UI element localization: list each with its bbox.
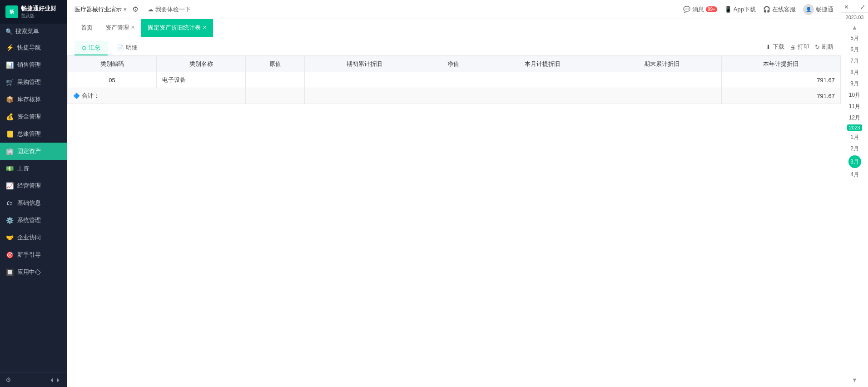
depreciation-table: 类别编码 类别名称 原值 期初累计折旧 净值 本月计提折旧 期末累计折旧 本年计… [67, 56, 841, 104]
sidebar-item-sys-mgmt[interactable]: ⚙️ 系统管理 [0, 212, 67, 229]
guide-icon: 🎯 [5, 251, 14, 258]
sidebar-item-label: 基础信息 [17, 199, 41, 207]
sub-tab-summary[interactable]: ⊙ 汇总 [74, 41, 108, 55]
sidebar-item-basic-info[interactable]: 🗂 基础信息 [0, 194, 67, 212]
sidebar: 畅 畅捷通好业财 普及版 🔍 搜索菜单 ⚡ 快捷导航 📊 销售管理 🛒 采购管理… [0, 0, 67, 387]
sidebar-item-label: 库存核算 [17, 95, 41, 104]
sidebar-item-label: 资金管理 [17, 113, 41, 121]
col-net-value: 净值 [424, 56, 483, 72]
sidebar-item-fund[interactable]: 💰 资金管理 [0, 108, 67, 125]
tab-asset-mgmt-label: 资产管理 [105, 24, 129, 32]
month-5[interactable]: 5月 [841, 33, 868, 44]
message-badge: 99+ [706, 6, 717, 12]
topbar: 医疗器械行业演示 ▾ ⚙ ☁ 我要体验一下 💬 消息 99+ 📱 App下载 🎧… [67, 0, 841, 19]
sidebar-item-guide[interactable]: 🎯 新手引导 [0, 246, 67, 263]
sidebar-item-label: 总账管理 [17, 130, 41, 138]
summary-icon: 🔷 [73, 93, 80, 99]
tab-asset-mgmt-close[interactable]: ✕ [131, 25, 135, 30]
download-button[interactable]: ⬇ 下载 [766, 43, 784, 51]
month-9[interactable]: 9月 [841, 78, 868, 89]
sidebar-item-management[interactable]: 📈 经营管理 [0, 177, 67, 194]
summary-net-value [424, 88, 483, 104]
table-header-row: 类别编码 类别名称 原值 期初累计折旧 净值 本月计提折旧 期末累计折旧 本年计… [68, 56, 841, 72]
summary-annual: 791.67 [721, 88, 840, 104]
sidebar-item-label: 固定资产 [17, 147, 41, 155]
summary-tab-icon: ⊙ [82, 45, 87, 51]
app-download-button[interactable]: 📱 App下载 [724, 5, 756, 14]
app-main-title: 畅捷通好业财 [21, 5, 56, 13]
tab-home-label: 首页 [81, 24, 93, 32]
month-10[interactable]: 10月 [841, 89, 868, 101]
table-summary-row: 🔷 合计： 791.67 [68, 88, 841, 104]
panel-expand-icon[interactable]: ⤢ [860, 4, 865, 10]
month-8[interactable]: 8月 [841, 67, 868, 78]
tab-depreciation-table[interactable]: 固定资产折旧统计表 ✕ [141, 19, 213, 37]
month-3-current[interactable]: 3月 [848, 155, 861, 168]
sidebar-item-inventory[interactable]: 📦 库存核算 [0, 91, 67, 108]
sidebar-item-enterprise[interactable]: 🤝 企业协同 [0, 229, 67, 246]
refresh-icon: ↻ [815, 44, 820, 50]
month-12[interactable]: 12月 [841, 112, 868, 124]
right-panel-header: ✕ ⤢ [841, 2, 868, 13]
sidebar-header: 畅 畅捷通好业财 普及版 [0, 0, 67, 24]
settings-icon[interactable]: ⚙ [132, 5, 139, 14]
month-1[interactable]: 1月 [841, 132, 868, 143]
sidebar-item-sales[interactable]: 📊 销售管理 [0, 56, 67, 74]
sidebar-item-label: 企业协同 [17, 233, 41, 242]
message-button[interactable]: 💬 消息 99+ [683, 5, 717, 14]
app-logo: 畅 [5, 5, 18, 18]
refresh-label: 刷新 [822, 43, 833, 51]
sidebar-item-fixed-assets[interactable]: 🏢 固定资产 [0, 143, 67, 160]
month-6[interactable]: 6月 [841, 44, 868, 55]
print-button[interactable]: 🖨 打印 [790, 43, 809, 51]
sidebar-item-label: 销售管理 [17, 61, 41, 69]
sidebar-collapse-icon[interactable]: ⏴⏵ [49, 376, 62, 383]
sales-icon: 📊 [5, 61, 14, 69]
detail-tab-icon: 📄 [117, 45, 124, 51]
month-7[interactable]: 7月 [841, 55, 868, 67]
tab-depreciation-label: 固定资产折旧统计表 [148, 24, 201, 32]
sub-tabs: ⊙ 汇总 📄 明细 ⬇ 下载 🖨 打印 ↻ [67, 37, 841, 56]
trial-label: 我要体验一下 [155, 5, 191, 14]
sidebar-gear-icon[interactable]: ⚙ [5, 376, 11, 383]
panel-down-btn[interactable]: ▼ [849, 374, 860, 385]
cell-annual-depreciation: 791.67 [721, 72, 840, 88]
col-original-value: 原值 [246, 56, 305, 72]
refresh-button[interactable]: ↻ 刷新 [815, 43, 833, 51]
sidebar-item-quick-nav[interactable]: ⚡ 快捷导航 [0, 39, 67, 56]
online-service-button[interactable]: 🎧 在线客服 [763, 5, 796, 14]
month-11[interactable]: 11月 [841, 101, 868, 112]
trial-button[interactable]: ☁ 我要体验一下 [148, 5, 191, 14]
sub-tab-detail[interactable]: 📄 明细 [109, 41, 145, 55]
user-menu[interactable]: 👤 畅捷通 [803, 4, 833, 15]
search-menu[interactable]: 🔍 搜索菜单 [0, 24, 67, 39]
cloud-icon: ☁ [148, 6, 154, 13]
sidebar-item-payroll[interactable]: 💵 工资 [0, 160, 67, 177]
summary-label: 🔷 合计： [68, 88, 246, 104]
online-service-label: 在线客服 [772, 5, 796, 14]
cell-original-value [246, 72, 305, 88]
summary-tab-label: 汇总 [89, 44, 100, 52]
tabs-bar: 首页 资产管理 ✕ 固定资产折旧统计表 ✕ [67, 19, 841, 37]
tab-home[interactable]: 首页 [74, 19, 99, 37]
search-menu-label: 搜索菜单 [15, 27, 39, 35]
company-selector[interactable]: 医疗器械行业演示 ▾ [74, 5, 127, 14]
fund-icon: 💰 [5, 113, 14, 120]
panel-up-btn[interactable]: ▲ [849, 22, 860, 33]
tab-depreciation-close[interactable]: ✕ [203, 25, 207, 30]
sidebar-item-label: 快捷导航 [17, 44, 41, 52]
message-icon: 💬 [683, 6, 690, 13]
month-2[interactable]: 2月 [841, 143, 868, 154]
sidebar-item-purchase[interactable]: 🛒 采购管理 [0, 74, 67, 91]
download-icon: 📱 [724, 6, 732, 13]
col-annual-depreciation: 本年计提折旧 [721, 56, 840, 72]
main-content: 医疗器械行业演示 ▾ ⚙ ☁ 我要体验一下 💬 消息 99+ 📱 App下载 🎧… [67, 0, 841, 387]
sidebar-item-ledger[interactable]: 📒 总账管理 [0, 125, 67, 143]
month-4[interactable]: 4月 [841, 169, 868, 180]
summary-period-end [602, 88, 721, 104]
tab-asset-mgmt[interactable]: 资产管理 ✕ [99, 19, 141, 37]
panel-close-icon[interactable]: ✕ [844, 4, 849, 10]
sidebar-item-app-center[interactable]: 🔲 应用中心 [0, 263, 67, 281]
cell-category-name: 电子设备 [157, 72, 246, 88]
cell-category-code: 05 [68, 72, 157, 88]
